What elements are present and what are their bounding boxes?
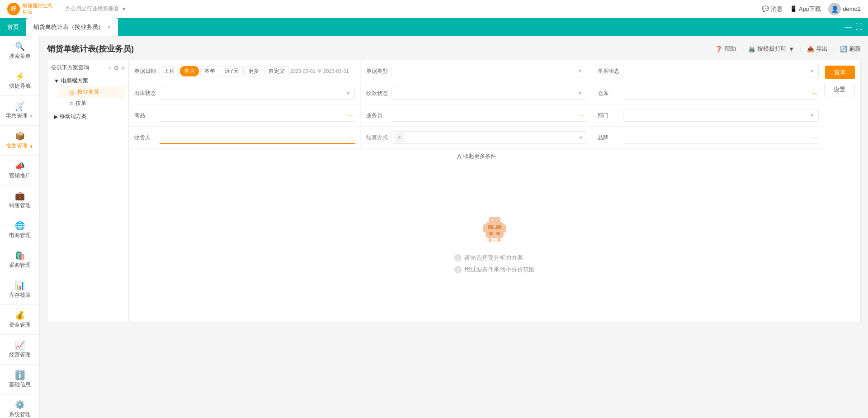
payment-method-input[interactable]: × ▼ [392,131,587,144]
doc-type-select[interactable]: ▼ [392,65,587,77]
salesperson-dots-icon[interactable]: ··· [580,112,585,119]
product-dots-icon[interactable]: ··· [348,112,353,119]
brand-cell: 品牌 ··· [592,127,824,148]
warehouse-dots-icon[interactable]: ··· [812,90,817,96]
tree-group-desktop[interactable]: ▼ 电脑端方案 [51,75,125,86]
warehouse-cell: 仓库 ··· [592,82,824,104]
product-cell: 商品 ··· [129,104,361,126]
payment-status-select[interactable]: ▼ [392,87,587,100]
help-icon: ❓ [715,46,722,52]
sidebar-item-quick-nav[interactable]: ⚡ 快捷导航 [0,66,39,96]
tab-report[interactable]: 销货单统计表（按业务员） × [26,18,118,36]
tab-home[interactable]: 首页 [0,18,26,36]
doc-type-cell: 单据类型 ▼ [361,60,593,82]
sidebar-item-finance[interactable]: 💰 资金管理 [0,305,39,335]
main-layout: 🔍 搜索菜单 ⚡ 快捷导航 🛒 零售管理 ▼ 📦 批发管理 ▲ 📣 营销推广 💼… [0,36,868,418]
svg-rect-11 [483,224,486,233]
department-arrow-icon: ▼ [810,113,815,118]
doc-status-select[interactable]: ▼ [623,65,819,77]
sidebar-label-ecommerce: 电商管理 [9,232,31,238]
product-input[interactable]: ··· [160,109,355,122]
tab-bar: 首页 销货单统计表（按业务员） × — ⛶ [0,18,868,36]
payment-method-label: 结算方式 [366,134,389,142]
brand-input[interactable]: ··· [623,131,819,144]
warehouse-input[interactable]: ··· [623,87,819,100]
date-btn-this-month[interactable]: 本月 [180,66,199,76]
order-scheme-icon: ≡ [69,100,73,107]
department-select[interactable]: ▼ [623,109,819,122]
settings-scheme-icon[interactable]: ⚙ [113,64,119,71]
app-download-icon: 📱 [790,5,797,12]
brand-dots-icon[interactable]: ··· [812,134,817,141]
date-btn-last-7days[interactable]: 近7天 [221,66,243,76]
stock-arrow-icon: ▼ [346,90,351,96]
export-button[interactable]: 📤 导出 [807,45,828,53]
sidebar-item-operation[interactable]: 📈 经营管理 [0,335,39,365]
tab-maximize-icon[interactable]: ⛶ [855,23,863,31]
help-button[interactable]: ❓ 帮助 [715,45,736,53]
query-button[interactable]: 查询 [825,66,855,79]
sidebar-label-sales: 销售管理 [9,202,31,209]
tree-item-by-order[interactable]: ≡ 按单 [58,98,125,109]
date-btn-this-year[interactable]: 本年 [200,66,219,76]
tab-bar-actions: — ⛶ [844,23,868,31]
tree-expand-icon: ▼ [54,78,59,84]
wholesale-arrow-icon: ▲ [29,143,33,148]
sidebar-item-marketing[interactable]: 📣 营销推广 [0,156,39,185]
message-button[interactable]: 💬 消息 [762,5,783,13]
help-label: 帮助 [724,45,736,53]
svg-rect-3 [496,225,501,229]
sidebar-label-purchase: 采购管理 [9,262,31,268]
active-scheme-icon: ◎ [69,89,75,96]
tree-sub-desktop: ◎ 按业务员 ≡ 按单 [51,86,125,109]
date-btn-more[interactable]: 更多 [244,66,263,76]
collapse-button[interactable]: ⋀ 收起更多条件 [457,152,496,160]
svg-point-0 [486,238,504,242]
salesperson-input[interactable]: ··· [392,109,587,122]
product-label: 商品 [134,112,157,119]
stock-status-select[interactable]: ▼ [160,87,355,100]
collapse-panel-icon[interactable]: « [121,64,125,71]
tab-report-label: 销货单统计表（按业务员） [33,23,104,31]
ecommerce-icon: 🌐 [2,221,38,231]
sidebar-item-wholesale[interactable]: 📦 批发管理 ▲ [0,126,39,156]
tab-minimize-icon[interactable]: — [844,23,852,31]
sidebar-item-purchase[interactable]: 🛍️ 采购管理 [0,245,39,275]
sidebar-item-basic[interactable]: ℹ️ 基础信息 [0,365,39,394]
logo-text: 畅捷通好生意 标版 [23,3,52,14]
tag-close-icon[interactable]: × [398,134,401,141]
empty-tip-2: 2 用过滤条件来缩小分析范围 [454,266,535,274]
date-btn-last-month[interactable]: 上月 [160,66,179,76]
sidebar-item-sales[interactable]: 💼 销售管理 [0,185,39,215]
add-scheme-icon[interactable]: + [108,64,112,71]
sidebar-item-inventory[interactable]: 📊 库存核算 [0,275,39,305]
logo-icon: 好 [7,3,20,15]
company-dropdown[interactable]: 办公用品行业模拟账套 ▼ [65,5,127,13]
svg-rect-4 [489,232,493,235]
receiver-input[interactable]: ··· [160,131,355,144]
sidebar: 🔍 搜索菜单 ⚡ 快捷导航 🛒 零售管理 ▼ 📦 批发管理 ▲ 📣 营销推广 💼… [0,36,40,418]
sidebar-item-system[interactable]: ⚙️ 系统管理 [0,394,39,418]
sidebar-item-ecommerce[interactable]: 🌐 电商管理 [0,215,39,245]
tip-num-1: 1 [454,254,462,261]
tree-collapse-icon: ▶ [54,114,58,120]
tree-item-by-salesperson[interactable]: ◎ 按业务员 [58,86,125,98]
svg-rect-12 [503,224,506,233]
receiver-dots-icon[interactable]: ··· [348,134,353,141]
user-area[interactable]: 👤 demo2 [828,3,861,15]
refresh-button[interactable]: 🔄 刷新 [840,45,861,53]
tree-group-mobile[interactable]: ▶ 移动端方案 [51,111,125,122]
svg-point-9 [491,220,492,221]
app-download-button[interactable]: 📱 App下载 [790,5,821,13]
sidebar-item-retail[interactable]: 🛒 零售管理 ▼ [0,96,39,126]
system-icon: ⚙️ [2,400,38,410]
payment-status-cell: 收款状态 ▼ [361,82,593,104]
settings-button[interactable]: 设置 [824,83,855,96]
sidebar-label-quick-nav: 快捷导航 [9,83,31,89]
date-btn-custom[interactable]: 自定义 [264,66,289,76]
header-right: 💬 消息 📱 App下载 👤 demo2 [762,3,861,15]
page-title-bar: 销货单统计表(按业务员) ❓ 帮助 | 🖨️ 按模板打印 ▼ | 📤 [47,43,861,54]
sidebar-item-search[interactable]: 🔍 搜索菜单 [0,36,39,66]
tab-close-icon[interactable]: × [108,24,111,30]
print-template-button[interactable]: 🖨️ 按模板打印 ▼ [748,45,794,53]
